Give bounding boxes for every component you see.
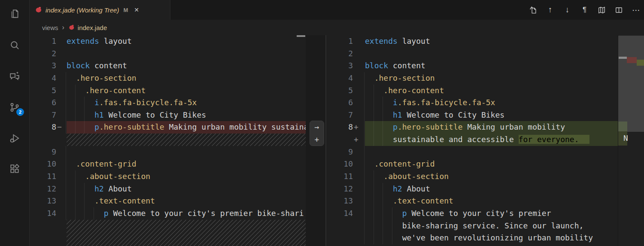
minimap-slider[interactable] [618, 36, 644, 132]
diff-marker: + [354, 134, 358, 146]
debug-icon[interactable] [9, 133, 20, 144]
code-row[interactable]: 7 h1 Welcome to City Bikes [326, 109, 618, 121]
code-line[interactable]: .hero-content [67, 85, 306, 97]
map-icon[interactable] [597, 6, 606, 15]
code-row[interactable]: 1extends layout [30, 35, 306, 48]
code-row[interactable]: we've been revolutionizing urban mobilit… [326, 232, 618, 244]
line-number: 10 [30, 158, 56, 170]
code-line[interactable]: h2 About [67, 183, 306, 195]
code-row[interactable]: 12 h2 About [326, 183, 618, 195]
code-row[interactable]: 4 .hero-section [326, 72, 618, 85]
search-icon[interactable] [9, 39, 20, 51]
code-line[interactable]: .text-content [365, 195, 618, 207]
code-line[interactable]: .text-content [67, 195, 306, 207]
code-row[interactable]: 9 [30, 146, 306, 158]
diff-original-editor[interactable]: 1extends layout23block content4 .hero-se… [30, 35, 306, 246]
minimap-mark-removed [627, 57, 637, 63]
code-line[interactable]: p.hero-subtitle Making urban mobility su… [67, 121, 306, 134]
previous-change-icon[interactable]: ↑ [546, 6, 555, 15]
code-row[interactable]: 14 p Welcome to your city's premier [326, 207, 618, 220]
indent-guide [66, 207, 66, 220]
code-line[interactable]: sustainable and accessible for everyone. [365, 134, 618, 146]
revert-arrow-icon[interactable]: → [315, 123, 319, 131]
code-line[interactable]: .about-section [67, 170, 306, 183]
code-row[interactable]: 5 .hero-content [30, 85, 306, 97]
code-row[interactable]: 2 [326, 48, 618, 60]
code-line[interactable]: p Welcome to your city's premier bike-sh… [67, 207, 306, 220]
code-row[interactable]: 5 .hero-content [326, 85, 618, 97]
code-token [365, 98, 393, 107]
stage-plus-icon[interactable]: + [315, 136, 319, 143]
code-row[interactable]: 9 [326, 146, 618, 158]
code-row[interactable]: 2 [30, 48, 306, 60]
code-line[interactable]: p.hero-subtitle Making urban mobility [365, 121, 618, 134]
code-row[interactable]: 6 i.fas.fa-bicycle.fa-5x [30, 97, 306, 109]
open-file-icon[interactable] [529, 6, 538, 15]
code-row[interactable]: 7 h1 Welcome to City Bikes [30, 109, 306, 121]
code-row[interactable]: 1extends layout [326, 35, 618, 48]
code-line[interactable] [365, 48, 618, 60]
code-row[interactable]: 10 .content-grid [326, 158, 618, 170]
code-line[interactable]: h1 Welcome to City Bikes [365, 109, 618, 121]
next-change-icon[interactable]: ↓ [563, 6, 572, 15]
code-row[interactable]: 6 i.fas.fa-bicycle.fa-5x [326, 97, 618, 109]
code-row[interactable]: 13 .text-content [326, 195, 618, 207]
line-number: 7 [326, 109, 353, 121]
code-token [67, 73, 76, 82]
tab-index-jade[interactable]: index.jade (Working Tree) M ✕ [30, 0, 170, 20]
diff-modified-editor[interactable]: 1extends layout23block content4 .hero-se… [326, 35, 618, 246]
toggle-whitespace-icon[interactable]: ¶ [580, 6, 589, 15]
code-line[interactable] [67, 48, 306, 60]
code-line[interactable] [365, 146, 618, 158]
code-line[interactable]: extends layout [67, 35, 306, 48]
code-line[interactable] [67, 146, 306, 158]
chat-icon[interactable] [9, 70, 20, 82]
code-row[interactable]: 4 .hero-section [30, 72, 306, 85]
more-actions-icon[interactable]: ⋯ [632, 6, 641, 15]
code-line[interactable]: .hero-section [67, 72, 306, 85]
code-row[interactable]: 3block content [326, 60, 618, 72]
code-row[interactable]: + sustainable and accessible for everyon… [326, 134, 618, 146]
code-row[interactable]: 3block content [30, 60, 306, 72]
code-row[interactable]: 12 h2 About [30, 183, 306, 195]
code-row[interactable]: 8+ p.hero-subtitle Making urban mobility [326, 121, 618, 134]
code-row[interactable]: 11 .about-section [326, 170, 618, 183]
code-line[interactable]: .hero-section [365, 72, 618, 85]
code-line[interactable]: we've been revolutionizing urban mobilit… [365, 232, 618, 244]
code-row[interactable]: 11 .about-section [30, 170, 306, 183]
code-row[interactable]: 14 p Welcome to your city's premier bike… [30, 207, 306, 220]
diff-filler-row[interactable] [30, 220, 306, 246]
code-line[interactable]: p Welcome to your city's premier [365, 207, 618, 220]
code-token: p [104, 209, 109, 218]
code-token: p [402, 209, 407, 218]
code-token: h2 [393, 184, 402, 193]
code-token: .about-section [85, 172, 150, 181]
breadcrumb-folder[interactable]: views [42, 24, 58, 31]
code-row[interactable]: 10 .content-grid [30, 158, 306, 170]
code-line[interactable]: i.fas.fa-bicycle.fa-5x [365, 97, 618, 109]
extensions-icon[interactable] [9, 163, 20, 174]
code-line[interactable]: block content [365, 60, 618, 72]
code-row[interactable]: bike-sharing service. Since our launch, [326, 220, 618, 232]
code-line[interactable]: .about-section [365, 170, 618, 183]
code-line[interactable]: .content-grid [67, 158, 306, 170]
code-line[interactable]: i.fas.fa-bicycle.fa-5x [67, 97, 306, 109]
code-line[interactable]: block content [67, 60, 306, 72]
code-line[interactable]: h1 Welcome to City Bikes [67, 109, 306, 121]
code-token: we've been revolutionizing urban mobilit… [365, 233, 593, 242]
code-line[interactable]: extends layout [365, 35, 618, 48]
breadcrumb-file[interactable]: index.jade [78, 24, 107, 31]
code-row[interactable]: 13 .text-content [30, 195, 306, 207]
minimap[interactable]: N [618, 35, 644, 246]
code-line[interactable]: h2 About [365, 183, 618, 195]
code-line[interactable]: bike-sharing service. Since our launch, [365, 220, 618, 232]
code-token: About [104, 184, 132, 193]
files-icon[interactable] [9, 8, 20, 19]
code-line[interactable]: .hero-content [365, 85, 618, 97]
code-token [67, 184, 94, 193]
code-line[interactable]: .content-grid [365, 158, 618, 170]
close-icon[interactable]: ✕ [134, 6, 139, 13]
code-row[interactable]: 8− p.hero-subtitle Making urban mobility… [30, 121, 306, 134]
diff-filler-row[interactable] [30, 134, 306, 146]
split-view-icon[interactable] [614, 6, 623, 15]
